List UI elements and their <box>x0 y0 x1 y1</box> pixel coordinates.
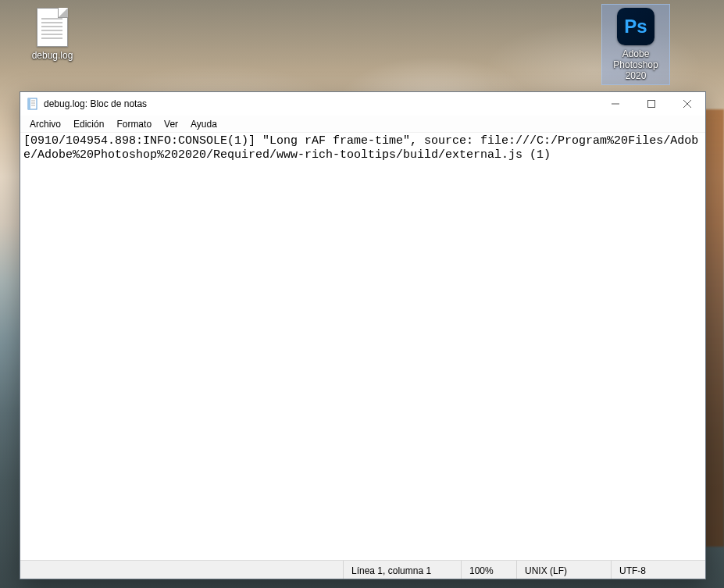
menu-format[interactable]: Formato <box>110 117 158 131</box>
menu-help[interactable]: Ayuda <box>184 117 223 131</box>
status-encoding: UTF-8 <box>611 561 705 579</box>
window-controls <box>597 92 705 116</box>
photoshop-icon-glyph: Ps <box>624 16 647 37</box>
desktop-icon-label: Adobe Photoshop 2020 <box>602 48 669 84</box>
text-file-icon <box>37 8 68 47</box>
close-button[interactable] <box>669 92 705 116</box>
svg-rect-6 <box>648 101 655 108</box>
desktop-icon-debug-log[interactable]: debug.log <box>19 5 86 64</box>
titlebar[interactable]: debug.log: Bloc de notas <box>20 92 705 116</box>
statusbar: Línea 1, columna 1 100% UNIX (LF) UTF-8 <box>20 560 705 579</box>
close-icon <box>683 100 691 108</box>
window-title: debug.log: Bloc de notas <box>44 98 147 109</box>
svg-rect-1 <box>28 98 30 109</box>
menu-view[interactable]: Ver <box>158 117 184 131</box>
desktop-icon-label: debug.log <box>30 50 75 64</box>
menu-edit[interactable]: Edición <box>67 117 110 131</box>
desktop-icon-photoshop[interactable]: Ps Adobe Photoshop 2020 <box>602 5 669 84</box>
maximize-icon <box>647 100 655 108</box>
menu-file[interactable]: Archivo <box>23 117 67 131</box>
notepad-icon <box>27 98 39 110</box>
editor-area[interactable]: [0910/104954.898:INFO:CONSOLE(1)] "Long … <box>20 133 705 560</box>
maximize-button[interactable] <box>633 92 669 116</box>
minimize-icon <box>612 100 619 108</box>
minimize-button[interactable] <box>597 92 633 116</box>
status-zoom: 100% <box>461 561 516 579</box>
photoshop-icon: Ps <box>617 8 654 45</box>
menubar: Archivo Edición Formato Ver Ayuda <box>20 116 705 133</box>
status-line-ending: UNIX (LF) <box>516 561 611 579</box>
editor-content[interactable]: [0910/104954.898:INFO:CONSOLE(1)] "Long … <box>20 133 705 164</box>
notepad-window: debug.log: Bloc de notas Archivo Edición… <box>20 91 706 579</box>
desktop[interactable]: debug.log Ps Adobe Photoshop 2020 debug.… <box>0 0 724 588</box>
status-cursor-position: Línea 1, columna 1 <box>343 561 461 579</box>
